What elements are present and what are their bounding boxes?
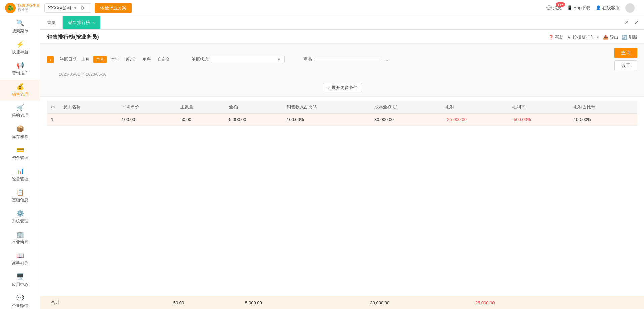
status-select-arrow: ▼ [277,57,281,61]
sidebar-label-10: 企业协同 [12,240,28,245]
date-tab-本年[interactable]: 本年 [108,56,122,63]
page-header: 销售排行榜(按业务员) ❓ 帮助 🖨 按模板打印 ▼ 📤 [40,30,644,44]
sidebar-item-3[interactable]: 💰 销售管理 [0,80,40,101]
sidebar-icon-6: 💳 [16,146,24,154]
table-row: 1100.0050.005,000.00100.00%30,000.00-25,… [47,114,637,126]
export-button[interactable]: 📤 导出 [603,34,618,40]
footer-cells: 50.005,000.0030,000.00-25,000.00 [78,300,640,305]
sidebar-label-13: 企业微信 [12,303,28,309]
sidebar-item-0[interactable]: 🔍 搜索菜单 [0,16,40,37]
column-header: 成本全额 ⓘ [370,101,442,114]
date-tab-本月[interactable]: 本月 [93,56,107,63]
expand-filter-button[interactable]: › [47,56,54,63]
sidebar-icon-2: 📢 [16,62,24,69]
template-print-button[interactable]: 🖨 按模板打印 ▼ [567,34,600,40]
column-settings[interactable]: ⚙ [47,101,59,114]
table-cell: 30,000.00 [370,114,442,126]
sidebar-item-1[interactable]: ⚡ 快捷导航 [0,37,40,58]
chevron-down-icon: ∨ [327,85,330,90]
message-icon: 💬 [546,5,552,10]
date-tab-自定义[interactable]: 自定义 [155,56,172,63]
date-tab-更多[interactable]: 更多 [140,56,154,63]
sidebar-icon-12: 🖥️ [16,273,24,280]
footer-cell: 50.00 [169,300,241,305]
help-label: 帮助 [555,34,564,40]
refresh-button[interactable]: 🔄 刷新 [622,34,637,40]
tab-bar-right: ✕ ⤢ [623,18,644,27]
sidebar-label-6: 资金管理 [12,155,28,161]
sidebar-item-7[interactable]: 📊 经营管理 [0,164,40,185]
date-tab-近7天[interactable]: 近7天 [123,56,139,63]
tab-close-button[interactable]: × [93,20,95,25]
sidebar-label-3: 销售管理 [12,92,28,97]
table-body: 1100.0050.005,000.00100.00%30,000.00-25,… [47,114,637,126]
sidebar-item-9[interactable]: ⚙️ 系统管理 [0,206,40,227]
table-cell: 100.00% [283,114,370,126]
company-selector[interactable]: XXXXX公司 ▼ ⚙ [44,3,91,13]
query-btn-group: 查询 设置 [614,48,637,71]
date-range-text: 2023-06-01 至 2023-06-30 [59,72,106,77]
sidebar-icon-3: 💰 [16,83,24,90]
export-label: 导出 [610,34,618,40]
sidebar-label-5: 库存核算 [12,134,28,140]
tab-home[interactable]: 首页 [40,16,63,29]
goods-select[interactable] [314,58,381,61]
sidebar-item-5[interactable]: 📦 库存核算 [0,122,40,143]
expand-more-button[interactable]: ∨ 展开更多条件 [323,83,362,92]
logo: 🐉 畅康通好生意 标准版 [4,3,41,13]
goods-filter: 商品 ... [303,56,388,62]
status-filter-label: 单据状态 [191,56,209,62]
fullscreen-button[interactable]: ⤢ [633,18,640,27]
tab-active[interactable]: 销售排行榜 × [63,16,100,29]
avatar[interactable] [625,3,635,13]
table-cell: 100.00% [570,114,637,126]
settings-icon[interactable]: ⚙ [80,5,85,11]
query-button[interactable]: 查询 [614,48,637,58]
print-icon: 🖨 [567,35,571,40]
print-chevron-icon: ▼ [596,35,600,39]
sidebar-label-2: 营销推广 [12,70,28,76]
sidebar-item-11[interactable]: 📖 新手引导 [0,249,40,270]
status-select[interactable]: ▼ [211,56,285,63]
sidebar-item-2[interactable]: 📢 营销推广 [0,58,40,80]
column-header: 毛利 [442,101,508,114]
filter-row-1: › 单据日期 上月本月本年近7天更多自定义 单据状态 ▼ [47,48,637,71]
company-name: XXXXX公司 [48,5,71,11]
app-download-button[interactable]: 📱 App下载 [567,5,590,11]
column-header: 全额 [225,101,283,114]
sidebar-icon-5: 📦 [16,125,24,133]
footer-cell [336,300,366,305]
footer-cell [139,300,169,305]
refresh-label: 刷新 [629,34,637,40]
column-header: 毛利占比% [570,101,637,114]
expand-more-label: 展开更多条件 [332,85,358,91]
help-button[interactable]: ❓ 帮助 [548,34,564,40]
close-tab-button[interactable]: ✕ [623,18,630,27]
sidebar-item-6[interactable]: 💳 资金管理 [0,143,40,164]
sidebar-icon-0: 🔍 [16,19,24,27]
settings-button[interactable]: 设置 [614,60,637,71]
more-filters-button[interactable]: ... [385,57,388,62]
sidebar-icon-11: 📖 [16,252,24,259]
footer-cell [579,300,610,305]
table-cell: 1 [47,114,59,126]
data-table: ⚙员工名称平均单价主数量全额销售收入占比%成本全额 ⓘ毛利毛利率毛利占比% 11… [47,101,637,126]
table-cell: 100.00 [118,114,177,126]
sidebar-label-7: 经营管理 [12,176,28,182]
logo-text: 畅康通好生意 [18,3,40,8]
sidebar-item-12[interactable]: 🖥️ 应用中心 [0,270,40,291]
sidebar-item-4[interactable]: 🛒 采购管理 [0,101,40,122]
chevron-down-icon: ▼ [73,6,77,10]
column-header: 毛利率 [508,101,570,114]
table-cell: -500.00% [508,114,570,126]
sidebar-item-8[interactable]: 📋 基础信息 [0,185,40,206]
online-service-button[interactable]: 👤 在线客服 [596,5,620,11]
message-button[interactable]: 💬 消息 99+ [546,5,562,11]
date-tab-上月[interactable]: 上月 [79,56,92,63]
trial-button[interactable]: 体验行业方案 [95,3,132,13]
sidebar-label-4: 采购管理 [12,113,28,118]
sidebar-item-10[interactable]: 🏢 企业协同 [0,227,40,249]
filter-area: › 单据日期 上月本月本年近7天更多自定义 单据状态 ▼ [40,44,644,97]
sidebar-item-13[interactable]: 💬 企业微信 [0,291,40,309]
sidebar-icon-4: 🛒 [16,104,24,111]
